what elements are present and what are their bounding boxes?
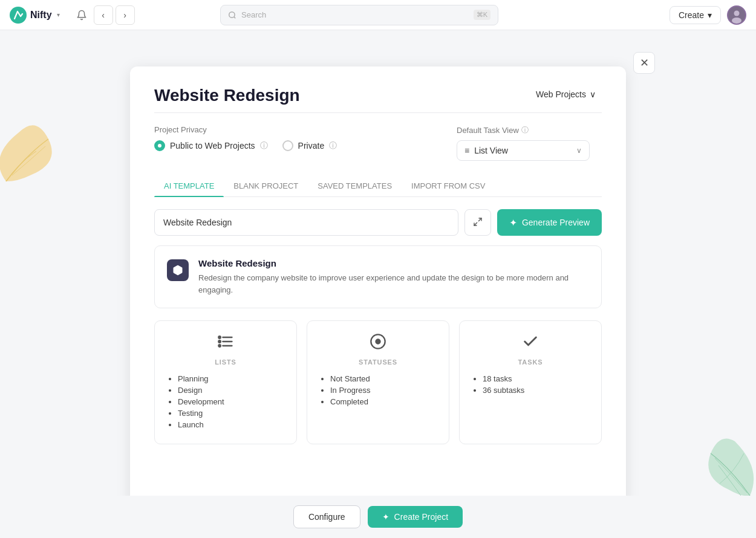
generate-star-icon: ✦ bbox=[509, 217, 517, 228]
lists-card: LISTS Planning Design Development Testin… bbox=[154, 320, 297, 444]
workspace-chevron-icon: ∨ bbox=[590, 89, 596, 99]
user-avatar[interactable] bbox=[727, 5, 746, 25]
list-item: Testing bbox=[178, 409, 284, 418]
radio-group: Public to Web Projects ⓘ Private ⓘ bbox=[154, 140, 457, 151]
search-shortcut-badge: ⌘K bbox=[474, 10, 490, 20]
private-radio-item[interactable]: Private ⓘ bbox=[282, 140, 337, 151]
main-area: ✕ Web Projects ∨ Project Privacy bbox=[0, 30, 756, 538]
svg-point-15 bbox=[376, 340, 380, 344]
tasks-card-label: TASKS bbox=[518, 358, 543, 366]
nav-icons-group: ‹ › bbox=[72, 5, 135, 25]
tasks-card-icon bbox=[522, 333, 539, 354]
app-name: Nifty bbox=[30, 10, 52, 21]
preview-content: Website Redesign Redesign the company we… bbox=[198, 258, 589, 296]
project-privacy-label: Project Privacy bbox=[154, 125, 457, 134]
create-button[interactable]: Create ▾ bbox=[670, 6, 721, 24]
lists-card-label: LISTS bbox=[215, 358, 236, 366]
lists-card-list: Planning Design Development Testing Laun… bbox=[167, 374, 284, 432]
create-project-button[interactable]: ✦ Create Project bbox=[368, 506, 463, 528]
template-search-input[interactable] bbox=[154, 209, 458, 236]
list-item: Launch bbox=[178, 420, 284, 429]
header-divider bbox=[154, 112, 602, 113]
tabs-bar: AI TEMPLATE BLANK PROJECT SAVED TEMPLATE… bbox=[154, 175, 602, 197]
create-button-label: Create bbox=[679, 10, 704, 20]
forward-icon: › bbox=[123, 10, 126, 20]
close-icon: ✕ bbox=[640, 56, 649, 70]
nifty-logo-icon bbox=[10, 7, 27, 24]
footer-bar: Configure ✦ Create Project bbox=[0, 496, 756, 538]
configure-button-label: Configure bbox=[308, 512, 345, 522]
task-view-value: List View bbox=[474, 146, 572, 155]
create-chevron-icon: ▾ bbox=[708, 10, 712, 20]
privacy-row: Project Privacy Public to Web Projects ⓘ… bbox=[154, 125, 602, 161]
create-project-button-label: Create Project bbox=[394, 512, 448, 522]
svg-point-11 bbox=[218, 336, 221, 339]
back-button[interactable]: ‹ bbox=[94, 5, 113, 25]
private-radio-label: Private bbox=[298, 141, 325, 151]
private-radio-circle bbox=[282, 140, 293, 151]
generate-button-label: Generate Preview bbox=[522, 218, 590, 227]
svg-point-0 bbox=[10, 7, 27, 24]
list-item: Completed bbox=[330, 397, 437, 406]
create-project-star-icon: ✦ bbox=[382, 512, 389, 522]
preview-description: Redesign the company website to improve … bbox=[198, 272, 589, 296]
workspace-selector[interactable]: Web Projects ∨ bbox=[530, 86, 602, 103]
expand-button[interactable] bbox=[464, 209, 491, 236]
tab-ai-template[interactable]: AI TEMPLATE bbox=[154, 175, 224, 196]
privacy-left: Project Privacy Public to Web Projects ⓘ… bbox=[154, 125, 457, 151]
search-bar[interactable]: Search ⌘K bbox=[220, 5, 498, 25]
tab-import-csv[interactable]: IMPORT FROM CSV bbox=[402, 175, 495, 196]
list-item: Planning bbox=[178, 374, 284, 383]
tasks-card: TASKS 18 tasks 36 subtasks bbox=[459, 320, 602, 444]
list-item: 36 subtasks bbox=[483, 386, 589, 395]
expand-icon bbox=[473, 217, 483, 228]
project-header: Web Projects ∨ bbox=[154, 86, 602, 105]
task-view-info-icon: ⓘ bbox=[521, 125, 529, 135]
svg-point-13 bbox=[218, 345, 221, 347]
public-radio-label: Public to Web Projects bbox=[170, 141, 255, 151]
configure-button[interactable]: Configure bbox=[293, 505, 360, 528]
task-view-select[interactable]: ≡ List View ∨ bbox=[457, 140, 590, 161]
statuses-card-label: STATUSES bbox=[359, 358, 397, 366]
panel-close-button[interactable]: ✕ bbox=[633, 52, 655, 74]
svg-line-7 bbox=[474, 222, 477, 225]
logo-chevron-icon: ▾ bbox=[57, 11, 60, 18]
forward-button[interactable]: › bbox=[116, 5, 135, 25]
svg-point-5 bbox=[732, 18, 741, 24]
preview-card: Website Redesign Redesign the company we… bbox=[154, 245, 602, 308]
task-view-label: Default Task View ⓘ bbox=[457, 125, 602, 135]
private-info-icon: ⓘ bbox=[329, 140, 337, 151]
preview-project-icon bbox=[167, 259, 189, 281]
modal-panel: Web Projects ∨ Project Privacy Public to… bbox=[130, 66, 626, 526]
svg-point-4 bbox=[734, 10, 740, 16]
notifications-button[interactable] bbox=[72, 5, 91, 25]
svg-line-6 bbox=[478, 218, 481, 221]
search-icon bbox=[228, 11, 236, 19]
public-radio-circle bbox=[154, 140, 165, 151]
logo-area[interactable]: Nifty ▾ bbox=[10, 7, 60, 24]
tab-blank-project[interactable]: BLANK PROJECT bbox=[224, 175, 308, 196]
nav-right-area: Create ▾ bbox=[670, 5, 746, 25]
search-placeholder-text: Search bbox=[241, 10, 469, 19]
tab-saved-templates[interactable]: SAVED TEMPLATES bbox=[308, 175, 402, 196]
svg-point-12 bbox=[218, 340, 221, 343]
decorative-leaf-left bbox=[0, 121, 54, 193]
statuses-card-icon bbox=[370, 333, 386, 354]
modal-panel-wrapper: ✕ Web Projects ∨ Project Privacy bbox=[130, 42, 626, 538]
svg-point-1 bbox=[229, 11, 235, 17]
public-radio-item[interactable]: Public to Web Projects ⓘ bbox=[154, 140, 268, 151]
task-view-list-icon: ≡ bbox=[464, 146, 469, 155]
svg-line-2 bbox=[234, 16, 236, 18]
back-icon: ‹ bbox=[102, 10, 105, 20]
lists-card-icon bbox=[217, 333, 234, 354]
privacy-right: Default Task View ⓘ ≡ List View ∨ bbox=[457, 125, 602, 161]
project-title-input[interactable] bbox=[154, 86, 530, 105]
decorative-leaf-right bbox=[708, 435, 756, 502]
public-info-icon: ⓘ bbox=[260, 140, 268, 151]
cards-row: LISTS Planning Design Development Testin… bbox=[154, 320, 602, 444]
top-navigation: Nifty ▾ ‹ › Search ⌘K Create ▾ bbox=[0, 0, 756, 30]
task-view-chevron-icon: ∨ bbox=[576, 146, 582, 155]
list-item: Not Started bbox=[330, 374, 437, 383]
preview-title: Website Redesign bbox=[198, 258, 589, 268]
generate-preview-button[interactable]: ✦ Generate Preview bbox=[497, 209, 602, 236]
